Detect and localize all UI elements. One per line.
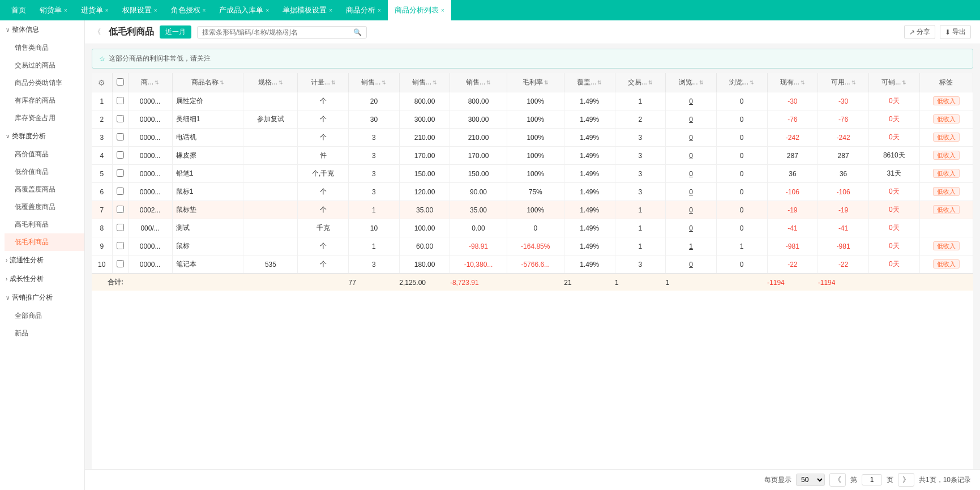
row-current-stock: -242 bbox=[767, 129, 818, 147]
transaction-link[interactable]: 0 bbox=[689, 224, 693, 232]
sort-icon: ⇅ bbox=[155, 80, 159, 86]
nav-close-icon[interactable]: × bbox=[441, 7, 444, 14]
export-button[interactable]: ⬇ 导出 bbox=[940, 25, 971, 39]
sidebar-section-title-cluster[interactable]: ∨ 类群度分析 bbox=[0, 127, 84, 146]
transaction-link[interactable]: 0 bbox=[689, 261, 693, 269]
settings-icon[interactable]: ⚙ bbox=[98, 78, 105, 87]
nav-product-entry[interactable]: 产成品入库单 × bbox=[212, 0, 276, 20]
row-spec bbox=[243, 165, 298, 183]
transaction-link[interactable]: 0 bbox=[689, 116, 693, 123]
nav-close-icon[interactable]: × bbox=[378, 7, 381, 14]
sidebar-section-marketing: ∨ 营销推广分析 全部商品 新品 bbox=[0, 288, 84, 342]
nav-role-auth[interactable]: 角色授权 × bbox=[164, 0, 213, 20]
sidebar-item-sales-products[interactable]: 销售类商品 bbox=[5, 39, 84, 57]
row-coverage: 3 bbox=[615, 255, 666, 274]
nav-close-icon[interactable]: × bbox=[203, 7, 206, 14]
sidebar-item-all-products[interactable]: 全部商品 bbox=[5, 307, 84, 325]
row-checkbox[interactable] bbox=[117, 224, 124, 231]
th-unit[interactable]: 计量...⇅ bbox=[298, 73, 349, 92]
tag-badge: 低收入 bbox=[933, 151, 960, 160]
filter-month-button[interactable]: 近一月 bbox=[160, 25, 191, 39]
nav-template-settings[interactable]: 单据模板设置 × bbox=[276, 0, 339, 20]
row-gross-rate: 1.49% bbox=[564, 219, 615, 237]
transaction-link[interactable]: 0 bbox=[689, 170, 693, 178]
row-checkbox[interactable] bbox=[117, 151, 124, 159]
sidebar-item-stocked-products[interactable]: 有库存的商品 bbox=[5, 92, 84, 109]
row-checkbox[interactable] bbox=[117, 97, 124, 104]
sidebar-item-low-coverage[interactable]: 低覆盖度商品 bbox=[5, 198, 84, 216]
row-tag: 低收入 bbox=[919, 129, 973, 147]
sidebar-collapse-btn[interactable]: 《 bbox=[94, 27, 101, 37]
transaction-link[interactable]: 0 bbox=[689, 206, 693, 214]
transaction-link[interactable]: 0 bbox=[689, 188, 693, 196]
sidebar-section-title-marketing[interactable]: ∨ 营销推广分析 bbox=[0, 288, 84, 307]
row-unit: 个 bbox=[298, 255, 349, 274]
row-checkbox[interactable] bbox=[117, 206, 124, 213]
th-current-stock[interactable]: 现有...⇅ bbox=[767, 73, 818, 92]
row-checkbox[interactable] bbox=[117, 260, 124, 267]
row-current-stock: -41 bbox=[767, 219, 818, 237]
sidebar-item-high-value[interactable]: 高价值商品 bbox=[5, 146, 84, 163]
th-browse2[interactable]: 浏览...⇅ bbox=[716, 73, 767, 92]
row-checkbox[interactable] bbox=[117, 242, 124, 249]
th-spec[interactable]: 规格...⇅ bbox=[243, 73, 298, 92]
page-input[interactable] bbox=[862, 474, 882, 485]
th-transactions[interactable]: 交易...⇅ bbox=[615, 73, 666, 92]
row-checkbox[interactable] bbox=[117, 169, 124, 177]
row-current-stock: -106 bbox=[767, 183, 818, 201]
nav-close-icon[interactable]: × bbox=[266, 7, 269, 14]
select-all-checkbox[interactable] bbox=[117, 78, 124, 86]
sidebar-item-new-products[interactable]: 新品 bbox=[5, 325, 84, 342]
row-profit-rate: 100% bbox=[507, 110, 564, 129]
share-button[interactable]: ↗ 分享 bbox=[904, 25, 935, 39]
th-code[interactable]: 商...⇅ bbox=[128, 73, 172, 92]
prev-page-button[interactable]: 《 bbox=[829, 473, 846, 487]
sidebar-section-title-growth[interactable]: › 成长性分析 bbox=[0, 270, 84, 288]
sidebar-item-low-value[interactable]: 低价值商品 bbox=[5, 163, 84, 181]
row-checkbox[interactable] bbox=[117, 115, 124, 122]
transaction-link[interactable]: 0 bbox=[689, 134, 693, 142]
next-page-button[interactable]: 》 bbox=[898, 473, 914, 487]
notice-icon: ☆ bbox=[99, 55, 105, 63]
transaction-link[interactable]: 1 bbox=[689, 242, 693, 250]
th-available[interactable]: 可用...⇅ bbox=[818, 73, 869, 92]
th-coverage[interactable]: 覆盖...⇅ bbox=[564, 73, 615, 92]
row-checkbox[interactable] bbox=[117, 133, 124, 140]
sidebar-item-high-coverage[interactable]: 高覆盖度商品 bbox=[5, 181, 84, 198]
page-size-select[interactable]: 50 10 20 100 bbox=[796, 474, 825, 486]
search-input[interactable] bbox=[202, 28, 351, 36]
nav-purchase-order[interactable]: 进货单 × bbox=[74, 0, 115, 20]
search-icon[interactable]: 🔍 bbox=[353, 28, 362, 36]
nav-product-analysis-list[interactable]: 商品分析列表 × bbox=[388, 0, 451, 20]
nav-home[interactable]: 首页 bbox=[5, 0, 33, 20]
th-sales-qty[interactable]: 销售...⇅ bbox=[349, 73, 400, 92]
transaction-link[interactable]: 0 bbox=[689, 152, 693, 160]
nav-close-icon[interactable]: × bbox=[105, 7, 109, 14]
collapse-arrow-overall: ∨ bbox=[6, 27, 10, 33]
sidebar-item-stock-capital[interactable]: 库存资金占用 bbox=[5, 109, 84, 127]
th-sales-amt[interactable]: 销售...⇅ bbox=[399, 73, 450, 92]
row-profit-rate: 100% bbox=[507, 165, 564, 183]
row-checkbox[interactable] bbox=[117, 188, 124, 195]
sidebar-item-traded-products[interactable]: 交易过的商品 bbox=[5, 57, 84, 74]
sidebar-item-low-margin[interactable]: 低毛利商品 bbox=[5, 233, 84, 251]
sidebar-section-title-overall[interactable]: ∨ 整体信息 bbox=[0, 20, 84, 39]
sidebar-item-high-margin[interactable]: 高毛利商品 bbox=[5, 216, 84, 233]
sidebar-section-title-circulation[interactable]: › 流通性分析 bbox=[0, 251, 84, 270]
th-gross-rate[interactable]: 毛利率⇅ bbox=[507, 73, 564, 92]
sort-icon: ⇅ bbox=[801, 80, 805, 86]
nav-close-icon[interactable]: × bbox=[329, 7, 332, 14]
nav-permissions[interactable]: 权限设置 × bbox=[115, 0, 164, 20]
row-available: 287 bbox=[818, 147, 869, 165]
nav-close-icon[interactable]: × bbox=[154, 7, 157, 14]
sidebar-item-category-sales-rate[interactable]: 商品分类助销率 bbox=[5, 74, 84, 92]
nav-product-analysis[interactable]: 商品分析 × bbox=[339, 0, 388, 20]
th-name[interactable]: 商品名称⇅ bbox=[172, 73, 243, 92]
th-sales-profit[interactable]: 销售...⇅ bbox=[450, 73, 507, 92]
th-sellable[interactable]: 可销...⇅ bbox=[868, 73, 919, 92]
nav-close-icon[interactable]: × bbox=[64, 7, 67, 14]
nav-sales-order[interactable]: 销货单 × bbox=[33, 0, 74, 20]
row-current-stock: -981 bbox=[767, 237, 818, 255]
transaction-link[interactable]: 0 bbox=[689, 97, 693, 105]
th-browse1[interactable]: 浏览...⇅ bbox=[666, 73, 717, 92]
